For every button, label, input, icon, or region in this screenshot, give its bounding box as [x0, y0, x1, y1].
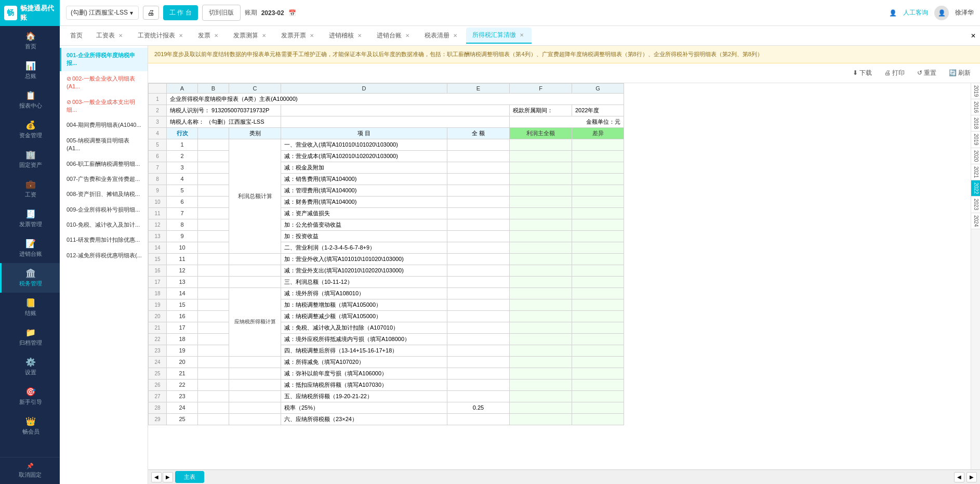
nav-left-btn[interactable]: ◀ — [954, 472, 964, 482]
settings-icon: ⚙️ — [25, 357, 36, 367]
customer-service-label[interactable]: 人工客询 — [903, 8, 928, 17]
year-2023[interactable]: 2023 — [971, 197, 980, 213]
col-g-header: G — [572, 83, 624, 93]
sidebar-item-label: 进销台账 — [19, 250, 42, 258]
sidebar-item-label: 新手引导 — [19, 398, 42, 406]
tab-invoice[interactable]: 发票 ✕ — [192, 28, 226, 43]
table-row: 28 24 税率（25%） 0.25 — [149, 402, 624, 413]
sidebar-item-finance[interactable]: 💰 资金管理 — [0, 115, 60, 145]
form-item-005[interactable]: 005-纳税调整项目明细表(A1... — [60, 133, 148, 156]
sidebar-item-settings[interactable]: ⚙️ 设置 — [0, 352, 60, 382]
year-2024[interactable]: 2024 — [971, 213, 980, 229]
tab-invoice-close[interactable]: ✕ — [213, 32, 220, 39]
form-item-011[interactable]: 011-研发费用加计扣除优惠... — [60, 232, 148, 247]
company-selector[interactable]: (勾删) 江西服宝-LSS ▾ — [66, 6, 139, 20]
tab-salary[interactable]: 工资表 ✕ — [90, 28, 130, 43]
tab-in-out-ledger-label: 进销台账 — [377, 31, 402, 40]
year-2019-1[interactable]: 2019 — [971, 83, 980, 99]
sidebar-item-label: 税务管理 — [19, 280, 42, 287]
topbar: (勾删) 江西服宝-LSS ▾ 🖨 工 作 台 切到旧版 账期 2023-02 … — [60, 0, 980, 26]
reset-button[interactable]: ↺ 重置 — [914, 67, 939, 80]
sidebar-item-sales-ledger[interactable]: 📝 进销台账 — [0, 233, 60, 263]
sidebar-item-ledger[interactable]: 📊 总账 — [0, 56, 60, 85]
form-item-002[interactable]: ⊘002-一般企业收入明细表(A1... — [60, 71, 148, 95]
member-icon: 👑 — [25, 416, 36, 426]
sidebar-item-label: 发票管理 — [19, 220, 42, 228]
workbench-button[interactable]: 工 作 台 — [163, 5, 198, 20]
tab-tax-table[interactable]: 税表清册 ✕ — [418, 28, 465, 43]
sheet-main[interactable]: A B C D E F G 1 — [148, 83, 971, 470]
old-version-button[interactable]: 切到旧版 — [202, 5, 241, 21]
sidebar-item-tax[interactable]: 🏛️ 税务管理 — [0, 263, 60, 293]
nav-next-btn[interactable]: ▶ — [163, 472, 173, 482]
nav-prev-btn[interactable]: ◀ — [151, 472, 162, 482]
year-2021[interactable]: 2021 — [971, 164, 980, 180]
taxpayer-name-label: 纳税人名称： — [170, 119, 204, 125]
sidebar-item-salary[interactable]: 💼 工资 — [0, 174, 60, 204]
xiangmu-header: 项 目 — [281, 127, 447, 139]
form-item-009[interactable]: 009-企业所得税补亏损明细... — [60, 202, 148, 217]
tab-in-out-check[interactable]: 进销稽核 ✕ — [323, 28, 369, 43]
tab-in-out-check-close[interactable]: ✕ — [356, 32, 363, 39]
year-2022[interactable]: 2022 — [971, 180, 980, 197]
sidebar-footer-pin[interactable]: 📌 取消固定 — [0, 457, 60, 484]
leibie-header: 类别 — [229, 127, 281, 139]
tab-income-tax-close[interactable]: ✕ — [518, 32, 525, 38]
lirune-header: 利润主全额 — [510, 127, 572, 139]
tab-invoice-calc-close[interactable]: ✕ — [260, 32, 268, 39]
sidebar-item-label: 畅会员 — [22, 428, 39, 436]
form-item-010[interactable]: 010-免税、减计收入及加计... — [60, 217, 148, 232]
sheet-tab-main[interactable]: 主表 — [175, 471, 204, 483]
sidebar-item-invoice[interactable]: 🧾 发票管理 — [0, 204, 60, 233]
sheet-title: 企业所得税年度纳税申报表（A类）主表(A100000) — [167, 93, 624, 104]
year-2020[interactable]: 2020 — [971, 148, 980, 164]
tab-income-tax[interactable]: 所得税汇算清缴 ✕ — [466, 28, 532, 44]
year-2019-2[interactable]: 2019 — [971, 132, 980, 148]
invoice-icon: 🧾 — [25, 209, 36, 219]
tab-salary-stats-close[interactable]: ✕ — [177, 32, 184, 39]
form-item-003[interactable]: ⊘003-一般企业成本支出明细... — [60, 95, 148, 118]
sidebar-item-label: 报表中心 — [19, 102, 42, 110]
tab-in-out-check-label: 进销稽核 — [329, 31, 354, 40]
nav-right-btn[interactable]: ▶ — [966, 472, 977, 482]
tab-salary-close[interactable]: ✕ — [117, 32, 124, 39]
tab-tax-table-close[interactable]: ✕ — [452, 32, 459, 39]
form-item-007[interactable]: 007-广告费和业务宣传费超... — [60, 172, 148, 187]
spacer-2 — [281, 104, 510, 116]
info-row-3: 3 纳税人名称： （勾删）江西服宝-LSS 金额单位：元 — [149, 116, 624, 127]
download-button[interactable]: ⬇ 下载 — [850, 67, 875, 80]
form-item-008[interactable]: 008-资产折旧、摊销及纳税... — [60, 187, 148, 202]
sidebar-item-reports[interactable]: 📋 报表中心 — [0, 85, 60, 115]
form-item-001[interactable]: 001-企业所得税年度纳税申报... — [60, 48, 148, 71]
tab-home[interactable]: 首页 — [64, 28, 89, 43]
form-item-006[interactable]: 006-职工薪酬纳税调整明细... — [60, 156, 148, 172]
sidebar-item-home[interactable]: 🏠 首页 — [0, 26, 60, 56]
print-button[interactable]: 🖨 打印 — [881, 67, 908, 80]
sidebar-item-close-account[interactable]: 📒 结账 — [0, 293, 60, 322]
assets-icon: 🏢 — [25, 150, 36, 160]
sidebar-item-label: 首页 — [25, 43, 36, 50]
tab-in-out-ledger[interactable]: 进销台账 ✕ — [370, 28, 417, 43]
pin-icon: 📌 — [27, 463, 34, 469]
tab-invoice-calc[interactable]: 发票测算 ✕ — [227, 28, 274, 43]
sidebar-item-guide[interactable]: 🎯 新手引导 — [0, 382, 60, 411]
sidebar-item-label: 工资 — [25, 191, 36, 199]
unit-label-cell: 金额单位：元 — [510, 116, 624, 127]
year-2018[interactable]: 2018 — [971, 115, 980, 132]
tax-period-value-cell: 2022年度 — [572, 104, 624, 116]
sidebar-item-archive[interactable]: 📁 归档管理 — [0, 322, 60, 352]
sidebar-item-assets[interactable]: 🏢 固定资产 — [0, 145, 60, 174]
tab-invoice-issue-close[interactable]: ✕ — [308, 32, 315, 39]
tab-salary-stats[interactable]: 工资统计报表 ✕ — [131, 28, 191, 43]
tab-in-out-ledger-close[interactable]: ✕ — [404, 32, 411, 39]
tab-close-all[interactable]: ✕ — [971, 32, 976, 40]
form-item-012[interactable]: 012-减免所得税优惠明细表(... — [60, 248, 148, 263]
tab-invoice-issue[interactable]: 发票开票 ✕ — [275, 28, 322, 43]
sidebar-item-member[interactable]: 👑 畅会员 — [0, 411, 60, 441]
form-item-004[interactable]: 004-期间费用明细表(A1040... — [60, 117, 148, 133]
copy-icon-btn[interactable]: 🖨 — [143, 6, 159, 20]
year-2016[interactable]: 2016 — [971, 99, 980, 115]
refresh-button[interactable]: 🔄 刷新 — [946, 67, 974, 80]
calendar-icon: 📅 — [288, 9, 296, 17]
table-row: 18 14 应纳税所得额计算 减：境外所得（填写A108010） — [149, 287, 624, 299]
